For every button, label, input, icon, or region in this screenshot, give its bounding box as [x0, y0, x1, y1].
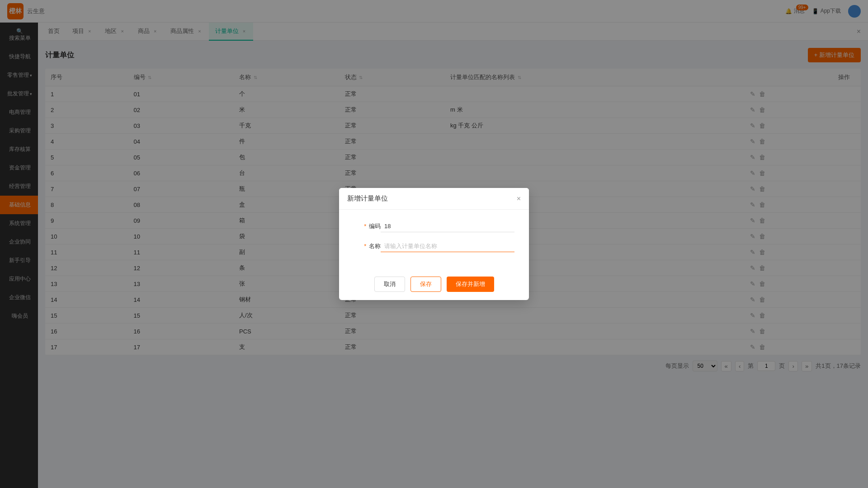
modal-footer: 取消 保存 保存并新增 [339, 271, 529, 300]
name-input[interactable] [381, 240, 514, 252]
required-mark: * [364, 243, 366, 249]
code-input[interactable] [381, 221, 514, 232]
required-mark: * [364, 223, 366, 230]
add-unit-modal: 新增计量单位 × * 编码 * 名称 取消 保存 保存并新增 [339, 188, 529, 300]
code-label: * 编码 [354, 222, 381, 230]
form-row-name: * 名称 [354, 240, 514, 252]
name-label: * 名称 [354, 242, 381, 250]
cancel-button[interactable]: 取消 [374, 277, 405, 292]
save-and-new-button[interactable]: 保存并新增 [447, 277, 494, 292]
modal-body: * 编码 * 名称 [339, 210, 529, 271]
modal-header: 新增计量单位 × [339, 188, 529, 210]
save-button[interactable]: 保存 [410, 277, 441, 292]
modal-close-btn[interactable]: × [517, 195, 521, 203]
modal-title: 新增计量单位 [347, 194, 388, 203]
form-row-code: * 编码 [354, 221, 514, 232]
modal-overlay[interactable]: 新增计量单位 × * 编码 * 名称 取消 保存 保存并新增 [0, 0, 868, 488]
